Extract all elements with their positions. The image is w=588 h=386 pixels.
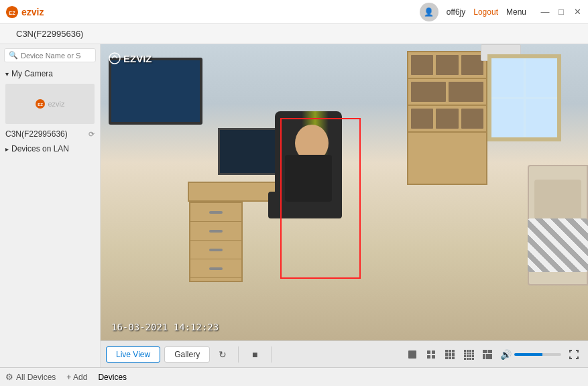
drawer-row: [190, 241, 241, 259]
grid-layout-buttons: [404, 346, 496, 363]
svg-rect-37: [483, 354, 485, 359]
user-avatar: 👤: [420, 3, 438, 21]
svg-rect-19: [464, 350, 466, 352]
blanket-element: [528, 218, 588, 272]
video-overlay-logo: EZVIZ: [109, 52, 152, 64]
svg-rect-14: [449, 353, 451, 356]
svg-rect-38: [486, 354, 492, 359]
svg-rect-35: [483, 350, 487, 353]
devices-on-lan-label: Devices on LAN: [11, 144, 69, 153]
devices-label: Devices: [98, 373, 127, 382]
avatar-icon: 👤: [424, 7, 434, 17]
ezviz-logo: EZ: [5, 5, 19, 19]
overlay-logo-icon: [109, 52, 121, 64]
svg-rect-31: [464, 358, 466, 360]
window-element: [487, 54, 561, 141]
active-tab[interactable]: C3N(F22995636): [8, 26, 91, 42]
layout-2x2-button[interactable]: [422, 346, 440, 363]
chevron-right-icon: ▸: [5, 145, 9, 153]
my-camera-label: My Camera: [11, 69, 53, 78]
svg-rect-20: [467, 350, 469, 352]
svg-text:EZ: EZ: [38, 103, 44, 107]
device-item[interactable]: C3N(F22995636) ⟳: [0, 127, 100, 141]
layout-3x3-button[interactable]: [441, 346, 459, 363]
overlay-logo-text: EZVIZ: [123, 53, 152, 64]
sidebar: 🔍 ▾ My Camera EZ ezviz C3N(F22995636) ⟳ …: [0, 44, 101, 367]
add-button[interactable]: + Add: [66, 373, 87, 382]
refresh-button[interactable]: ↻: [214, 346, 231, 363]
tv-screen: [111, 60, 200, 122]
shelf-item: [436, 55, 458, 75]
svg-rect-7: [432, 350, 435, 354]
settings-item[interactable]: ⚙ All Devices: [5, 372, 56, 382]
stop-button[interactable]: ■: [245, 345, 264, 364]
restore-button[interactable]: □: [556, 7, 567, 17]
svg-rect-27: [464, 355, 466, 357]
svg-rect-32: [467, 358, 469, 360]
svg-point-4: [109, 53, 120, 64]
svg-rect-18: [452, 357, 455, 359]
svg-rect-11: [449, 350, 451, 352]
shelf-row-1: [408, 52, 486, 79]
shelf-row-2: [408, 79, 486, 106]
shelf-row-3: [408, 106, 486, 133]
search-icon: 🔍: [9, 51, 18, 60]
svg-rect-5: [408, 350, 416, 359]
svg-rect-13: [445, 353, 448, 356]
window-controls: — □ ✕: [540, 7, 583, 17]
shelf-item: [461, 109, 483, 129]
svg-rect-9: [432, 355, 435, 359]
video-container: EZVIZ 16-03-2021 14:12:23: [101, 44, 588, 340]
svg-rect-16: [445, 357, 448, 359]
tv-element: [109, 58, 202, 125]
shelf-item: [411, 55, 433, 75]
search-bar[interactable]: 🔍: [4, 48, 96, 62]
refresh-icon: ↻: [219, 349, 227, 360]
add-label: + Add: [66, 373, 87, 382]
svg-rect-30: [472, 355, 474, 357]
drawer-row: [190, 259, 241, 278]
tab-bar: C3N(F22995636): [0, 24, 588, 44]
bottom-toolbar: Live View Gallery ↻ ■: [101, 340, 588, 367]
content-area: 🔍 ▾ My Camera EZ ezviz C3N(F22995636) ⟳ …: [0, 44, 588, 367]
svg-rect-29: [469, 355, 471, 357]
svg-text:EZ: EZ: [9, 9, 15, 15]
layout-1x1-button[interactable]: [404, 346, 421, 363]
toolbar-separator: [238, 346, 239, 363]
all-devices-label: All Devices: [16, 373, 56, 382]
minimize-button[interactable]: —: [540, 7, 550, 17]
devices-on-lan-section[interactable]: ▸ Devices on LAN: [0, 141, 100, 156]
svg-rect-28: [467, 355, 469, 357]
svg-rect-24: [467, 352, 469, 355]
logout-button[interactable]: Logout: [473, 7, 498, 17]
svg-rect-15: [452, 353, 455, 356]
menu-button[interactable]: Menu: [506, 7, 526, 17]
drawers-element: [189, 202, 243, 282]
device-name-label: C3N(F22995636): [5, 129, 68, 139]
toolbar-separator: [271, 346, 272, 363]
titlebar: EZ ezviz 👤 off6jy Logout Menu — □ ✕: [0, 0, 588, 24]
svg-rect-33: [469, 358, 471, 360]
drawer-row: [190, 203, 241, 222]
video-panel: EZVIZ 16-03-2021 14:12:23 Live View Gall…: [101, 44, 588, 367]
svg-rect-25: [469, 352, 471, 355]
gallery-button[interactable]: Gallery: [164, 346, 210, 363]
camera-thumb-logo: EZ ezviz: [35, 99, 64, 109]
window-pane: [491, 99, 524, 138]
shelf-item: [411, 109, 433, 129]
layout-4x4-button[interactable]: [460, 346, 477, 363]
svg-rect-17: [449, 357, 451, 359]
svg-rect-26: [472, 352, 474, 355]
fullscreen-button[interactable]: [565, 346, 583, 363]
volume-slider[interactable]: [514, 353, 561, 356]
search-input[interactable]: [21, 52, 81, 60]
shelf-item: [449, 82, 483, 102]
person-body: [285, 155, 332, 202]
layout-custom-button[interactable]: [479, 346, 496, 363]
live-view-button[interactable]: Live View: [106, 346, 160, 363]
close-button[interactable]: ✕: [572, 7, 583, 17]
svg-rect-36: [488, 350, 492, 353]
my-camera-section[interactable]: ▾ My Camera: [0, 66, 100, 81]
drawer-row: [190, 222, 241, 241]
app-title: ezviz: [21, 7, 44, 17]
